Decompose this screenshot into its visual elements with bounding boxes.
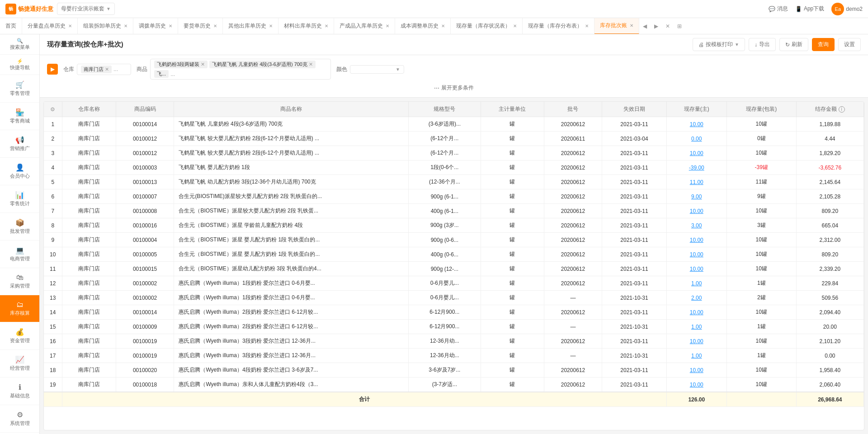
cell-qty-main[interactable]: 10.00 [666, 233, 726, 247]
cell-qty-main[interactable]: 2.00 [666, 291, 726, 305]
warehouse-tag-container[interactable]: 南库门店 ✕ ... [77, 64, 131, 75]
summary-qty-pkg [726, 392, 796, 407]
cell-warehouse: 南库门店 [62, 233, 116, 247]
warehouse-dots[interactable]: ... [113, 66, 118, 72]
filter-expand-arrow[interactable]: ▶ [47, 64, 58, 75]
cell-qty-main[interactable]: 1.00 [666, 349, 726, 363]
cell-spec: (6-12个月... [409, 146, 481, 160]
tab-nav-close-all[interactable]: ✕ [662, 23, 674, 29]
cell-qty-main[interactable]: 10.00 [666, 146, 726, 160]
tab-nav-expand[interactable]: ⊞ [674, 23, 685, 29]
export-btn[interactable]: ↓ 导出 [749, 38, 776, 51]
tab-zuzhuang-label: 组装拆卸单历史 [83, 22, 121, 30]
cell-name: 合生元（BIOSTIME）派星 婴儿配方奶粉 1段 乳铁蛋白的... [174, 233, 409, 247]
cell-name: 惠氏启腾（Wyeth illuma）1段奶粉 爱尔兰进口 0-6月婴... [174, 291, 409, 305]
tab-qita[interactable]: 其他出库单历史 ✕ [223, 18, 278, 34]
tab-yaohuo-close[interactable]: ✕ [213, 24, 217, 28]
user-info[interactable]: Ea demo2 [831, 3, 863, 15]
cell-qty-pkg: 10罐 [726, 363, 796, 377]
refresh-btn[interactable]: ↻ 刷新 [779, 38, 808, 51]
tab-fen-liang-close[interactable]: ✕ [68, 24, 72, 28]
warehouse-tag-remove[interactable]: ✕ [105, 66, 109, 72]
tab-yaohuo[interactable]: 要货单历史 ✕ [178, 18, 223, 34]
sidebar-item-purchase[interactable]: 🛍 采购管理 [0, 268, 39, 295]
sidebar-item-retail-mgmt[interactable]: 🛒 零售管理 [0, 75, 39, 103]
cell-qty-main[interactable]: 10.00 [666, 334, 726, 349]
cell-qty-main[interactable]: 3.00 [666, 218, 726, 233]
tab-qita-close[interactable]: ✕ [269, 24, 273, 28]
cell-qty-main[interactable]: 9.00 [666, 189, 726, 204]
cell-qty-main[interactable]: -39.00 [666, 160, 726, 175]
cell-qty-main[interactable]: 10.00 [666, 117, 726, 132]
sidebar-item-ecommerce[interactable]: 💻 电商管理 [0, 241, 39, 268]
cell-expire: 2021-03-11 [602, 117, 666, 132]
tab-kucun-pizhang-close[interactable]: ✕ [630, 23, 633, 28]
cell-warehouse: 南库门店 [62, 117, 116, 132]
sidebar-item-retail-stats[interactable]: 📊 零售统计 [0, 185, 39, 213]
cell-qty-main[interactable]: 11.00 [666, 175, 726, 189]
expand-btn[interactable]: ⋯ 展开更多条件 [434, 84, 474, 92]
tab-chengben-close[interactable]: ✕ [441, 24, 445, 28]
tab-xiancun2[interactable]: 现存量（库存分布表） ✕ [523, 18, 594, 34]
print-btn[interactable]: 🖨 按模板打印 ▼ [693, 38, 745, 51]
sidebar-item-quicknav[interactable]: ⚡ 快捷导航 [0, 55, 39, 75]
tab-diaob-close[interactable]: ✕ [169, 24, 172, 28]
color-tag-container[interactable]: ▼ [350, 65, 404, 74]
sidebar-retail-store-label: 零售商城 [2, 118, 38, 124]
sidebar-item-member[interactable]: 👤 会员中心 [0, 158, 39, 185]
settings-btn[interactable]: 设置 [838, 38, 861, 51]
cell-unit: 罐 [481, 189, 544, 204]
inventory-icon: 🗂 [2, 301, 38, 309]
message-action[interactable]: 💬 消息 [769, 5, 788, 13]
sidebar-item-retail-store[interactable]: 🏪 零售商城 [0, 103, 39, 130]
tab-cailiao-close[interactable]: ✕ [325, 24, 328, 28]
sidebar-item-finance[interactable]: 💰 资金管理 [0, 322, 39, 350]
tab-zuzhuang[interactable]: 组装拆卸单历史 ✕ [78, 18, 133, 34]
sidebar-item-inventory[interactable]: 🗂 库存核算 [0, 295, 39, 322]
tab-cailiao[interactable]: 材料出库单历史 ✕ [278, 18, 334, 34]
query-btn[interactable]: 查询 [812, 38, 835, 51]
cell-qty-main[interactable]: 10.00 [666, 377, 726, 392]
cell-qty-main[interactable]: 0.00 [666, 132, 726, 146]
tab-fen-liang[interactable]: 分量盘点单历史 ✕ [22, 18, 78, 34]
cell-qty-main[interactable]: 10.00 [666, 247, 726, 262]
tab-zuzhuang-close[interactable]: ✕ [124, 24, 127, 28]
goods-tag-2-remove[interactable]: ✕ [309, 61, 313, 67]
cell-warehouse: 南库门店 [62, 262, 116, 276]
tab-kucun-pizhang[interactable]: 库存批次账 ✕ [594, 18, 639, 34]
cell-code: 00100008 [116, 204, 174, 218]
cell-qty-main[interactable]: 1.00 [666, 320, 726, 334]
goods-dots[interactable]: ... [170, 71, 175, 77]
cell-qty-pkg: 10罐 [726, 117, 796, 132]
tab-diaob[interactable]: 调拨单历史 ✕ [133, 18, 178, 34]
cell-name: 合生元(BIOSTIME)派星较大婴儿配方奶粉 2段 乳铁蛋白的... [174, 189, 409, 204]
cell-qty-main[interactable]: 10.00 [666, 363, 726, 377]
purchase-icon: 🛍 [2, 274, 38, 282]
sidebar-item-basic[interactable]: ℹ 基础信息 [0, 377, 39, 405]
cell-qty-main[interactable]: 10.00 [666, 204, 726, 218]
amount-info-icon[interactable]: i [839, 106, 845, 113]
sidebar-item-marketing[interactable]: 📢 营销推广 [0, 130, 39, 158]
sidebar-item-search[interactable]: 🔍 搜索菜单 [0, 34, 39, 55]
col-settings-icon[interactable]: ⚙ [50, 106, 55, 113]
sidebar-item-system[interactable]: ⚙ 系统管理 [0, 405, 39, 433]
tab-nav-next[interactable]: ▶ [651, 23, 662, 29]
cell-qty-main[interactable]: 10.00 [666, 305, 726, 320]
tab-home[interactable]: 首页 [0, 18, 22, 34]
tab-chengben[interactable]: 成本调整单历史 ✕ [395, 18, 451, 34]
tab-xiancun1-close[interactable]: ✕ [513, 24, 517, 28]
goods-tag-1-remove[interactable]: ✕ [201, 61, 205, 67]
tab-nav-prev[interactable]: ◀ [639, 23, 651, 29]
cell-qty-main[interactable]: 1.00 [666, 276, 726, 291]
tab-chancheng-close[interactable]: ✕ [386, 24, 389, 28]
tab-xiancun1[interactable]: 现存量（库存状况表） ✕ [451, 18, 523, 34]
goods-tag-container[interactable]: 飞鹤奶粉3段两罐装 ✕ 飞鹤星飞帆 儿童奶粉 4段(3-6岁适用) 700克 ✕… [150, 59, 331, 80]
sidebar-item-business[interactable]: 📈 经营管理 [0, 350, 39, 377]
app-download-action[interactable]: 📱 App下载 [795, 5, 824, 13]
tab-chancheng[interactable]: 产成品入库单历史 ✕ [334, 18, 395, 34]
summary-row: 合计 126.00 26,968.64 [44, 392, 864, 407]
org-selector[interactable]: 母婴行业演示账套 ▼ [57, 3, 115, 15]
sidebar-item-wholesale[interactable]: 📦 批发管理 [0, 213, 39, 241]
cell-qty-main[interactable]: 10.00 [666, 262, 726, 276]
tab-xiancun2-close[interactable]: ✕ [585, 24, 589, 28]
